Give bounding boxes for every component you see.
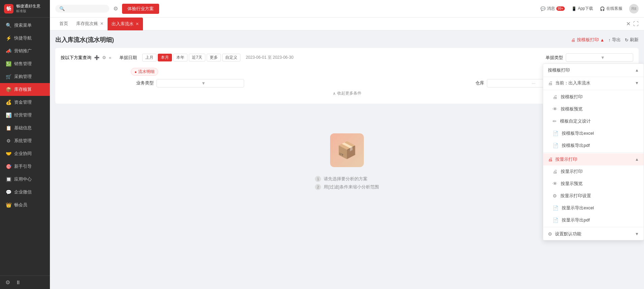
sidebar-item-wechat[interactable]: 💬企业微信: [0, 186, 50, 199]
refresh-button[interactable]: ↻ 刷新: [625, 37, 639, 43]
sidebar-item-member[interactable]: 👑畅会员: [0, 199, 50, 211]
template-print-label: 按模板打印: [561, 94, 583, 100]
tab-flow-label: 出入库流水: [112, 21, 134, 27]
sidebar-item-label: 资金管理: [14, 99, 32, 105]
display-section-icon: 🖨: [548, 157, 553, 162]
main-area: 🔍 ⚙ 体验行业方案 💬 消息 99+ 📱 App下载 🎧 在线客服 Rit: [50, 0, 644, 289]
dropdown-item-display-export-pdf[interactable]: 📄按显示导出pdf: [543, 214, 644, 226]
date-range-text: 2023-06-01 至 2023-06-30: [246, 55, 293, 60]
export-button[interactable]: ↑ 导出: [609, 37, 621, 43]
sidebar-item-basic[interactable]: 📋基础信息: [0, 122, 50, 134]
tab-batch-close[interactable]: ✕: [100, 21, 104, 26]
step-2-number: 2: [315, 184, 321, 190]
set-default-function[interactable]: ⚙ 设置默认功能 ▼: [543, 228, 644, 240]
headset-icon: 🎧: [600, 6, 605, 11]
sidebar-item-apps[interactable]: 🔲应用中心: [0, 173, 50, 186]
sidebar-item-label: 销售管理: [14, 61, 32, 67]
type-select[interactable]: ▼: [566, 53, 633, 62]
print-template-button[interactable]: 🖨 按模板打印 ▲: [571, 37, 605, 43]
display-section-header[interactable]: 🖨 按显示打印 ▲: [543, 153, 644, 165]
form-label-group: 按以下方案查询 ➕ ⚙ «: [61, 55, 111, 61]
dropdown-item-template-print[interactable]: 🖨按模板打印: [543, 91, 644, 103]
print-label: 按模板打印: [577, 37, 599, 43]
tab-flow[interactable]: 出入库流水 ✕: [108, 18, 143, 30]
date-btn-last-month[interactable]: 上月: [142, 54, 156, 61]
sidebar-item-system[interactable]: ⚙系统管理: [0, 134, 50, 147]
sidebar-item-collab[interactable]: 🤝企业协同: [0, 147, 50, 160]
finance-icon: 💰: [5, 99, 11, 105]
system-icon: ⚙: [5, 138, 11, 144]
add-icon[interactable]: ➕: [94, 55, 99, 60]
collapse-icon[interactable]: ⏸: [16, 280, 21, 286]
date-filter-group: 上月 本月 本年 近7天 更多 自定义: [142, 54, 240, 61]
operation-icon: 📊: [5, 112, 11, 118]
tab-home[interactable]: 首页: [55, 18, 72, 30]
app-icon: 📱: [572, 6, 577, 11]
dropdown-item-template-preview[interactable]: 👁按模板预览: [543, 103, 644, 115]
search-tag-flow[interactable]: ● 流水明细: [131, 68, 158, 76]
sidebar-item-inventory[interactable]: 📦库存核算: [0, 83, 50, 96]
date-btn-this-year[interactable]: 本年: [173, 54, 187, 61]
sidebar-item-operation[interactable]: 📊经营管理: [0, 109, 50, 122]
sidebar-item-label: 新手引导: [14, 163, 32, 169]
sidebar-item-marketing[interactable]: 📣营销推广: [0, 45, 50, 57]
search-icon: 🔍: [5, 22, 11, 28]
display-settings-label: 按显示打印设置: [560, 193, 591, 199]
dropdown-item-template-export-pdf[interactable]: 📄按模板导出pdf: [543, 139, 644, 152]
dropdown-item-template-custom[interactable]: ✏模板自定义设计: [543, 115, 644, 127]
manage-icon[interactable]: ⚙: [102, 55, 106, 60]
date-btn-this-month[interactable]: 本月: [158, 54, 172, 61]
template-export-excel-label: 按模板导出excel: [562, 130, 594, 136]
topbar-search-box[interactable]: 🔍: [55, 5, 109, 12]
topbar: 🔍 ⚙ 体验行业方案 💬 消息 99+ 📱 App下载 🎧 在线客服 Rit: [50, 0, 644, 18]
dropdown-current[interactable]: 🖨 当前：出入库流水 ▼: [543, 77, 644, 89]
current-label: 当前：出入库流水: [555, 80, 590, 86]
dropdown-collapse-icon[interactable]: ▲: [635, 68, 639, 73]
date-btn-custom[interactable]: 自定义: [222, 54, 240, 61]
message-button[interactable]: 💬 消息 99+: [540, 6, 565, 11]
online-service-label: 在线客服: [606, 6, 622, 11]
date-btn-7days[interactable]: 近7天: [189, 54, 205, 61]
settings-gear-icon[interactable]: ⚙: [113, 5, 118, 12]
tab-flow-close[interactable]: ✕: [136, 22, 139, 26]
tab-close-all-icon[interactable]: ✕: [626, 21, 631, 27]
logo-subtitle: 标准版: [16, 9, 40, 14]
sidebar-item-label: 快捷导航: [14, 35, 32, 41]
sidebar-item-label: 基础信息: [14, 125, 32, 131]
settings-icon[interactable]: ⚙: [5, 279, 10, 286]
logo-title: 畅捷通好生意: [16, 4, 40, 9]
sidebar-nav: 🔍搜索菜单⚡快捷导航📣营销推广💹销售管理🛒采购管理📦库存核算💰资金管理📊经营管理…: [0, 18, 50, 275]
tab-expand-icon[interactable]: ⛶: [633, 21, 639, 27]
trial-button[interactable]: 体验行业方案: [122, 4, 159, 14]
display-export-pdf-icon: 📄: [553, 217, 558, 223]
date-btn-more[interactable]: 更多: [207, 54, 221, 61]
app-download-button[interactable]: 📱 App下载: [572, 6, 593, 11]
online-service-button[interactable]: 🎧 在线客服: [600, 6, 622, 11]
sidebar-item-search[interactable]: 🔍搜索菜单: [0, 19, 50, 32]
sidebar-item-finance[interactable]: 💰资金管理: [0, 96, 50, 109]
dropdown-item-template-export-excel[interactable]: 📄按模板导出excel: [543, 127, 644, 139]
tag-icon: ●: [135, 70, 137, 74]
sidebar-item-guide[interactable]: 🎯新手引导: [0, 160, 50, 173]
template-export-excel-icon: 📄: [553, 131, 558, 136]
logo-icon: 畅: [4, 4, 13, 14]
dropdown-item-display-preview[interactable]: 👁按显示预览: [543, 178, 644, 190]
collab-icon: 🤝: [5, 151, 11, 157]
dropdown-item-display-export-excel[interactable]: 📄按显示导出excel: [543, 202, 644, 214]
dropdown-item-display-print[interactable]: 🖨按显示打印: [543, 165, 644, 178]
tab-batch[interactable]: 库存批次账 ✕: [72, 18, 108, 30]
sidebar-item-quick-nav[interactable]: ⚡快捷导航: [0, 32, 50, 45]
default-icon: ⚙: [548, 231, 552, 237]
dropdown-item-display-settings[interactable]: ⚙按显示打印设置: [543, 190, 644, 202]
business-type-select[interactable]: ▼: [156, 79, 244, 87]
print-chevron-up-icon: ▲: [600, 37, 605, 43]
tag-label: 流水明细: [138, 69, 154, 75]
sidebar-item-sales[interactable]: 💹销售管理: [0, 57, 50, 70]
sidebar-item-purchase[interactable]: 🛒采购管理: [0, 70, 50, 83]
search-input[interactable]: [67, 6, 105, 11]
collapse-left-icon[interactable]: «: [109, 55, 111, 60]
user-avatar-button[interactable]: Rit: [629, 4, 639, 14]
export-icon: ↑: [609, 37, 611, 43]
template-print-icon: 🖨: [553, 94, 557, 100]
inventory-icon: 📦: [5, 86, 11, 93]
